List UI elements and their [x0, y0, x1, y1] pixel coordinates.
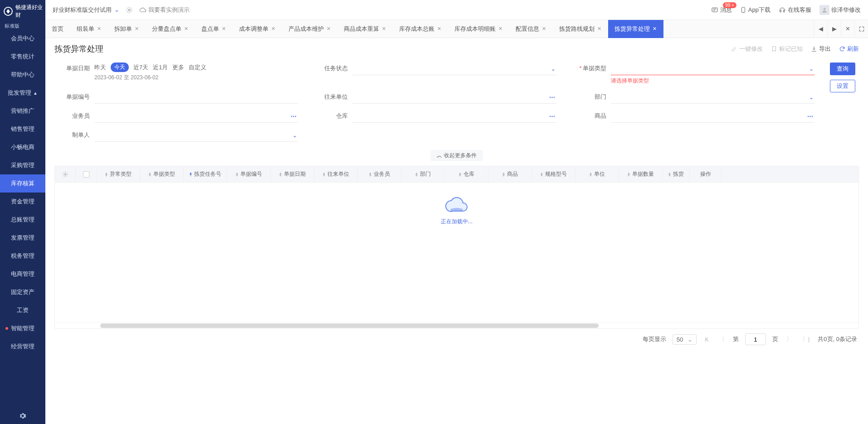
- page-number-input[interactable]: [745, 333, 766, 345]
- partner-select[interactable]: ⋯: [352, 91, 556, 104]
- sidebar-item[interactable]: 发票管理: [0, 229, 45, 247]
- chip-more[interactable]: 更多: [172, 63, 184, 72]
- refresh-button[interactable]: 刷新: [839, 45, 859, 53]
- sidebar-item[interactable]: 帮助中心: [0, 66, 45, 84]
- tab[interactable]: 商品成本重算✕: [337, 20, 393, 38]
- mark-known-button[interactable]: 标记已知: [771, 45, 803, 53]
- tab[interactable]: 库存成本总账✕: [393, 20, 448, 38]
- page-size-select[interactable]: 50 ⌄: [673, 334, 697, 345]
- fullscreen-button[interactable]: [854, 20, 868, 38]
- tab[interactable]: 首页: [45, 20, 70, 38]
- creator-select[interactable]: ⌄: [94, 129, 298, 142]
- tab[interactable]: 成本调整单✕: [233, 20, 282, 38]
- messages-link[interactable]: 消息 99 +: [711, 6, 732, 14]
- pager-prev[interactable]: 〈: [717, 335, 727, 343]
- th[interactable]: ▲▼单据编号: [227, 166, 271, 182]
- th[interactable]: ▲▼单据类型: [140, 166, 184, 182]
- collapse-filters-button[interactable]: ︽ 收起更多条件: [430, 150, 483, 161]
- close-icon[interactable]: ✕: [327, 26, 331, 32]
- pager-first[interactable]: K: [703, 336, 711, 343]
- pager-last[interactable]: 〉|: [800, 335, 811, 343]
- th[interactable]: ▲▼拣货: [663, 166, 690, 182]
- close-icon[interactable]: ✕: [542, 26, 546, 32]
- chip-custom[interactable]: 自定义: [189, 63, 206, 72]
- th[interactable]: ▲▼部门: [401, 166, 445, 182]
- sidebar-item[interactable]: 小畅电商: [0, 138, 45, 156]
- sidebar-item[interactable]: 零售统计: [0, 48, 45, 66]
- tab[interactable]: 组装单✕: [70, 20, 108, 38]
- product-selector[interactable]: 好业财标准版交付试用 ⌄: [53, 6, 119, 14]
- sidebar-item[interactable]: 库存核算: [0, 174, 45, 193]
- pager-next[interactable]: 〉: [785, 335, 794, 343]
- tabs-close-all[interactable]: ✕: [841, 20, 854, 38]
- tab[interactable]: 拆卸单✕: [108, 20, 146, 38]
- tab[interactable]: 库存成本明细账✕: [448, 20, 509, 38]
- th[interactable]: ▲▼商品: [488, 166, 532, 182]
- batch-edit-button[interactable]: 一键修改: [731, 45, 763, 53]
- app-download-link[interactable]: App下载: [740, 6, 770, 14]
- goods-select[interactable]: ⋯: [611, 110, 814, 123]
- query-button[interactable]: 查询: [830, 63, 855, 75]
- sidebar-item[interactable]: 批发管理▲: [0, 84, 45, 102]
- tab[interactable]: 拣货路线规划✕: [553, 20, 608, 38]
- task-status-select[interactable]: ⌄: [352, 63, 556, 75]
- chip-week[interactable]: 近7天: [133, 63, 148, 72]
- salesman-select[interactable]: ⋯: [94, 110, 298, 123]
- th[interactable]: ▲▼异常类型: [97, 166, 140, 182]
- th[interactable]: ▲▼业务员: [358, 166, 401, 182]
- close-icon[interactable]: ✕: [184, 26, 188, 32]
- tab[interactable]: 拣货异常处理✕: [608, 20, 663, 38]
- sidebar-settings[interactable]: [0, 408, 45, 424]
- tabs-scroll-right[interactable]: ▶: [827, 20, 841, 38]
- sidebar-item[interactable]: 营销推广: [0, 102, 45, 120]
- close-icon[interactable]: ✕: [222, 26, 226, 32]
- sidebar-item[interactable]: 总账管理: [0, 211, 45, 229]
- close-icon[interactable]: ✕: [97, 26, 101, 32]
- settings-button[interactable]: [126, 6, 133, 14]
- th[interactable]: ▲▼往来单位: [314, 166, 358, 182]
- chip-today[interactable]: 今天: [111, 63, 129, 72]
- th-checkbox[interactable]: [76, 166, 97, 182]
- close-icon[interactable]: ✕: [382, 26, 386, 32]
- tab[interactable]: 分量盘点单✕: [146, 20, 195, 38]
- th[interactable]: ▲▼拣货任务号: [184, 166, 227, 182]
- close-icon[interactable]: ✕: [653, 26, 657, 32]
- th[interactable]: ▲▼单位: [575, 166, 619, 182]
- sidebar-item[interactable]: 会员中心: [0, 29, 45, 48]
- sidebar-item[interactable]: 电商管理: [0, 265, 45, 283]
- tab[interactable]: 盘点单✕: [195, 20, 233, 38]
- th[interactable]: ▲▼单据数量: [619, 166, 663, 182]
- sidebar-item[interactable]: 固定资产: [0, 283, 45, 301]
- export-button[interactable]: 导出: [811, 45, 831, 53]
- sidebar-item[interactable]: 工资: [0, 301, 45, 319]
- dept-select[interactable]: ⌄: [611, 91, 814, 104]
- th[interactable]: 操作: [690, 166, 722, 182]
- th-settings[interactable]: [55, 166, 76, 182]
- tabs-scroll-left[interactable]: ◀: [814, 20, 827, 38]
- close-icon[interactable]: ✕: [135, 26, 139, 32]
- chip-yesterday[interactable]: 昨天: [94, 63, 106, 72]
- th[interactable]: ▲▼单据日期: [271, 166, 314, 182]
- close-icon[interactable]: ✕: [597, 26, 601, 32]
- sidebar-item[interactable]: 税务管理: [0, 247, 45, 265]
- close-icon[interactable]: ✕: [437, 26, 441, 32]
- tab[interactable]: 产品成本维护✕: [282, 20, 337, 38]
- sidebar-item[interactable]: 资金管理: [0, 193, 45, 211]
- doc-type-select[interactable]: ⌄: [611, 63, 814, 75]
- doc-no-input[interactable]: [94, 91, 298, 104]
- sidebar-item[interactable]: 经营管理: [0, 337, 45, 356]
- horizontal-scrollbar[interactable]: [55, 322, 858, 328]
- user-menu[interactable]: 徐泽华修改: [819, 5, 861, 15]
- sidebar-item[interactable]: 智能管理: [0, 319, 45, 337]
- demo-link[interactable]: 我要看实例演示: [139, 6, 190, 14]
- th[interactable]: ▲▼规格型号: [532, 166, 575, 182]
- tab[interactable]: 配置信息✕: [509, 20, 553, 38]
- close-icon[interactable]: ✕: [498, 26, 502, 32]
- sidebar-item[interactable]: 销售管理: [0, 120, 45, 138]
- th[interactable]: ▲▼仓库: [445, 166, 488, 182]
- warehouse-select[interactable]: ⋯: [352, 110, 556, 123]
- chip-month[interactable]: 近1月: [153, 63, 168, 72]
- filter-settings-button[interactable]: 设置: [830, 80, 855, 92]
- support-link[interactable]: 在线客服: [779, 6, 811, 14]
- close-icon[interactable]: ✕: [271, 26, 275, 32]
